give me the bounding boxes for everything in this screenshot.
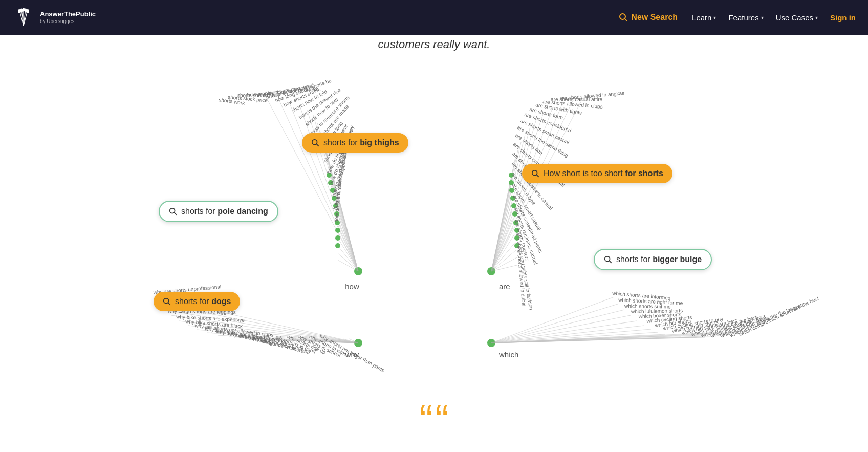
svg-line-85 (491, 211, 512, 271)
svg-line-96 (491, 315, 631, 343)
svg-line-84 (491, 204, 511, 271)
quote-mark-right: “ (435, 399, 449, 440)
svg-line-82 (491, 188, 511, 271)
logo[interactable]: AnswerThePublic by Ubersuggest (12, 6, 96, 29)
svg-text:are: are (499, 282, 510, 291)
sign-in-button[interactable]: Sign in (830, 13, 856, 22)
bubble-big-thighs[interactable]: shorts for big thighs (302, 133, 408, 153)
svg-line-88 (491, 234, 514, 271)
bubble-bigger-bulge[interactable]: shorts for bigger bulge (594, 249, 712, 270)
svg-line-87 (491, 227, 513, 271)
svg-line-213 (536, 175, 538, 177)
radial-chart-svg: how are why which (0, 51, 868, 389)
features-menu[interactable]: Features ▾ (728, 13, 763, 22)
svg-line-83 (491, 196, 511, 271)
chevron-down-icon: ▾ (761, 15, 764, 20)
bubble-too-short[interactable]: How short is too short for shorts (522, 164, 672, 183)
svg-text:which: which (498, 350, 518, 359)
svg-line-207 (316, 144, 318, 146)
svg-line-215 (609, 261, 611, 263)
bubble-pole-dancing[interactable]: shorts for pole dancing (159, 201, 278, 222)
svg-line-12 (625, 19, 627, 21)
chevron-down-icon: ▾ (713, 15, 716, 20)
search-icon (163, 297, 171, 306)
chevron-down-icon: ▾ (815, 15, 818, 20)
search-icon (169, 207, 177, 216)
search-icon (619, 13, 628, 22)
search-icon (604, 255, 612, 264)
quote-mark-left: “ (419, 399, 433, 440)
svg-line-81 (491, 181, 512, 271)
logo-sub: by Ubersuggest (40, 18, 96, 25)
svg-text:how: how (345, 282, 359, 291)
search-icon (311, 139, 319, 147)
quotes-section: “ “ (0, 389, 868, 452)
use-cases-menu[interactable]: Use Cases ▾ (776, 13, 818, 22)
svg-line-209 (174, 212, 176, 214)
new-search-button[interactable]: New Search (619, 13, 678, 22)
svg-point-114 (335, 235, 340, 241)
svg-line-211 (168, 303, 170, 305)
search-icon (531, 169, 539, 178)
svg-line-108 (491, 336, 720, 343)
svg-point-113 (335, 243, 340, 248)
logo-icon (12, 6, 35, 29)
bubble-dogs[interactable]: shorts for dogs (154, 292, 240, 311)
main-content: customers really want. how are why which (0, 0, 868, 452)
svg-point-10 (26, 9, 29, 13)
visualization-area: how are why which (0, 51, 868, 389)
svg-line-92 (491, 265, 517, 271)
svg-line-94 (491, 304, 619, 343)
svg-line-43 (338, 246, 358, 271)
logo-name: AnswerThePublic (40, 10, 96, 18)
learn-menu[interactable]: Learn ▾ (692, 13, 716, 22)
svg-point-115 (335, 228, 340, 233)
navigation: AnswerThePublic by Ubersuggest New Searc… (0, 0, 868, 35)
tagline: customers really want. (0, 35, 868, 51)
svg-line-86 (491, 219, 512, 271)
